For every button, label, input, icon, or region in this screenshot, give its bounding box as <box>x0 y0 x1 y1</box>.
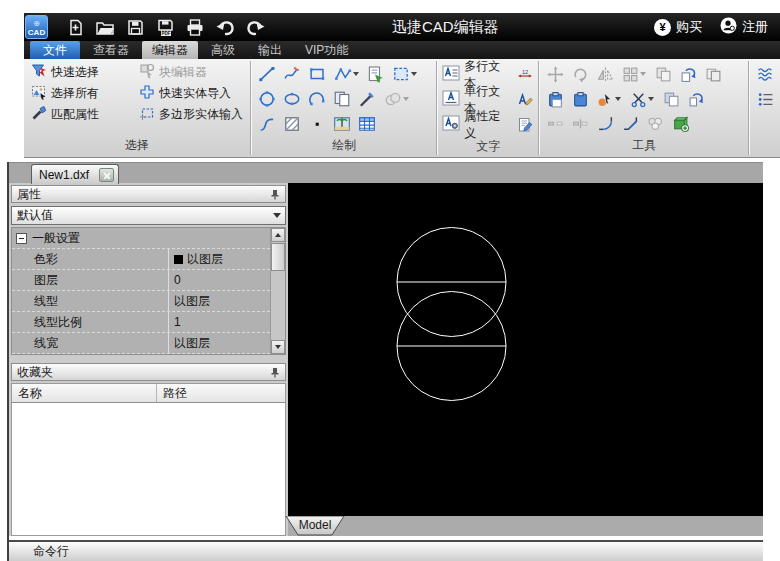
offset-button[interactable] <box>702 62 724 86</box>
fillet-button[interactable] <box>594 112 616 136</box>
register-button[interactable]: 注册 <box>720 17 768 37</box>
move-button[interactable] <box>544 62 566 86</box>
property-value[interactable]: 0 <box>168 270 270 290</box>
break-button[interactable] <box>544 112 566 136</box>
draw-hatch-button[interactable] <box>281 112 303 136</box>
select-all-button[interactable]: 选择所有 <box>28 83 130 104</box>
block-editor-button[interactable]: 块编辑器 <box>136 62 246 83</box>
insert-block-button[interactable] <box>364 62 386 86</box>
paste-button[interactable] <box>544 87 566 111</box>
new-file-button[interactable] <box>64 16 86 38</box>
draw-sketch-button[interactable] <box>281 62 303 86</box>
copy-nested-button[interactable] <box>660 87 682 111</box>
insert-image-button[interactable] <box>331 112 353 136</box>
region-dropdown-caret[interactable] <box>403 97 409 101</box>
menu-viewer[interactable]: 查看器 <box>83 41 139 59</box>
scroll-down-icon[interactable] <box>271 340 285 354</box>
draw-arc-button[interactable] <box>306 87 328 111</box>
menu-vip[interactable]: VIP功能 <box>295 41 358 59</box>
draw-circle-button[interactable] <box>256 87 278 111</box>
property-section-row[interactable]: 一般设置 <box>12 228 270 249</box>
property-row[interactable]: 色彩 以图层 <box>12 249 270 270</box>
pin-icon[interactable] <box>269 366 281 378</box>
mirror-button[interactable] <box>594 62 616 86</box>
property-row[interactable]: 图层 0 <box>12 270 270 291</box>
property-value[interactable]: 以图层 <box>168 291 270 311</box>
undo-button[interactable] <box>214 16 236 38</box>
dock-area: New1.dxf 属性 默认值 一般设置 色彩 以图层 <box>7 162 763 561</box>
draw-rectangle-button[interactable] <box>306 62 328 86</box>
open-file-button[interactable] <box>94 16 116 38</box>
explode-button[interactable] <box>644 112 666 136</box>
menu-output[interactable]: 输出 <box>248 41 292 59</box>
array-dropdown-caret[interactable] <box>640 72 646 76</box>
buy-button[interactable]: ¥ 购买 <box>654 18 702 36</box>
property-row[interactable]: 线宽 以图层 <box>12 333 270 354</box>
copy-button[interactable] <box>652 62 674 86</box>
edit-text-icon-button[interactable] <box>516 90 534 110</box>
rotate-reference-button[interactable] <box>685 87 707 111</box>
edit-document-icon-button[interactable] <box>516 115 534 135</box>
preset-dropdown[interactable]: 默认值 <box>11 206 286 225</box>
property-row[interactable]: 线型 以图层 <box>12 291 270 312</box>
paste-special-button[interactable] <box>569 87 591 111</box>
hatch-dropdown-caret[interactable] <box>411 72 417 76</box>
hatch-region-button[interactable] <box>389 62 419 86</box>
draw-point-button[interactable] <box>306 112 328 136</box>
property-row[interactable]: 线型比例 1 <box>12 312 270 333</box>
column-path[interactable]: 路径 <box>157 385 285 402</box>
trim-dropdown-caret[interactable] <box>648 97 654 101</box>
select-similar-caret[interactable] <box>615 97 621 101</box>
properties-panel-header[interactable]: 属性 <box>11 185 286 203</box>
draw-ellipse-button[interactable] <box>281 87 303 111</box>
break-at-point-button[interactable] <box>569 112 591 136</box>
quick-select-button[interactable]: 快速选择 <box>28 62 130 83</box>
scrollbar[interactable] <box>270 228 285 354</box>
scroll-up-icon[interactable] <box>271 228 285 242</box>
polyline-dropdown-caret[interactable] <box>353 72 359 76</box>
polygon-entity-input-button[interactable]: 多边形实体输入 <box>136 104 246 125</box>
document-tab[interactable]: New1.dxf <box>31 164 119 184</box>
insert-table-button[interactable] <box>356 112 378 136</box>
favorites-panel-header[interactable]: 收藏夹 <box>11 363 286 381</box>
draw-spline-button[interactable] <box>256 112 278 136</box>
layer-list-button[interactable] <box>754 88 776 112</box>
favorites-list[interactable] <box>11 403 286 536</box>
property-value[interactable]: 1 <box>168 312 270 332</box>
match-properties-button[interactable]: 匹配属性 <box>28 104 130 125</box>
gradient-pen-button[interactable] <box>356 87 378 111</box>
rotate-copy-button[interactable] <box>677 62 699 86</box>
color-swatch <box>174 255 183 264</box>
property-value[interactable]: 以图层 <box>168 333 270 353</box>
quick-entity-import-button[interactable]: 快速实体导入 <box>136 83 246 104</box>
draw-line-button[interactable] <box>256 62 278 86</box>
menu-editor[interactable]: 编辑器 <box>142 41 198 59</box>
app-logo[interactable]: ⊕ CAD <box>25 15 48 39</box>
chamfer-button[interactable] <box>619 112 641 136</box>
menu-file[interactable]: 文件 <box>30 41 80 59</box>
command-bar[interactable]: 命令行 <box>9 540 763 561</box>
property-value[interactable]: 以图层 <box>168 249 270 269</box>
print-button[interactable] <box>184 16 206 38</box>
pin-icon[interactable] <box>269 188 281 200</box>
column-name[interactable]: 名称 <box>12 384 157 402</box>
drawing-canvas[interactable] <box>288 183 763 516</box>
menu-advanced[interactable]: 高级 <box>201 41 245 59</box>
select-similar-button[interactable] <box>594 87 624 111</box>
trim-button[interactable] <box>627 87 657 111</box>
save-button[interactable] <box>124 16 146 38</box>
text-measure-icon-button[interactable]: 12 <box>516 65 534 85</box>
save-as-pdf-button[interactable]: PDF <box>154 16 176 38</box>
draw-polyline-button[interactable] <box>331 62 361 86</box>
linetype-button[interactable] <box>754 63 776 87</box>
region-button[interactable] <box>381 87 411 111</box>
array-button[interactable] <box>619 62 649 86</box>
model-tab[interactable]: Model <box>285 516 345 536</box>
collapse-icon[interactable] <box>16 233 27 244</box>
copy-entity-button[interactable] <box>331 87 353 111</box>
close-icon[interactable] <box>99 168 114 182</box>
create-block-button[interactable] <box>669 112 691 136</box>
scrollbar-thumb[interactable] <box>271 243 285 271</box>
redo-button[interactable] <box>244 16 266 38</box>
rotate-button[interactable] <box>569 62 591 86</box>
